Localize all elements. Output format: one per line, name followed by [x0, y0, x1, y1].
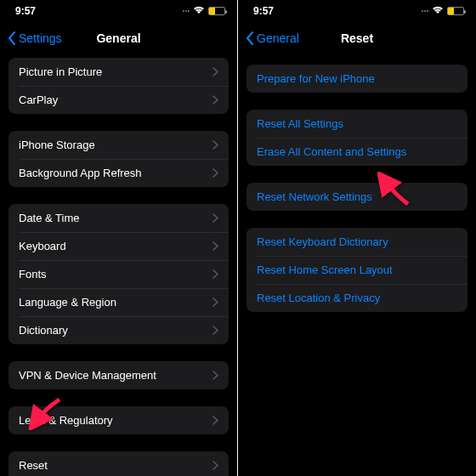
settings-row[interactable]: Keyboard	[8, 232, 229, 260]
settings-group: Prepare for New iPhone	[246, 65, 468, 93]
settings-row[interactable]: Background App Refresh	[8, 159, 229, 187]
row-label: Language & Region	[19, 296, 116, 309]
chevron-right-icon	[212, 95, 218, 105]
row-label: CarPlay	[19, 94, 58, 106]
battery-icon	[208, 7, 225, 15]
row-label: iPhone Storage	[19, 139, 95, 151]
battery-icon	[447, 7, 464, 15]
settings-row[interactable]: Reset Location & Privacy	[246, 284, 468, 312]
status-bar: 9:57	[238, 0, 476, 22]
nav-title: General	[0, 31, 237, 45]
settings-row[interactable]: Reset All Settings	[246, 110, 468, 138]
status-time: 9:57	[15, 5, 36, 17]
row-label: Prepare for New iPhone	[257, 72, 375, 85]
settings-group: VPN & Device Management	[8, 361, 229, 389]
row-label: Fonts	[19, 268, 47, 280]
settings-row[interactable]: Fonts	[8, 260, 229, 288]
settings-row[interactable]: Reset Keyboard Dictionary	[246, 228, 468, 256]
row-label: Date & Time	[19, 212, 80, 224]
chevron-right-icon	[212, 326, 218, 335]
settings-row[interactable]: CarPlay	[8, 86, 229, 114]
settings-row[interactable]: Erase All Content and Settings	[246, 138, 468, 166]
row-label: Reset Location & Privacy	[257, 292, 380, 304]
settings-group: Reset All SettingsErase All Content and …	[246, 110, 468, 166]
status-right	[422, 5, 464, 17]
settings-group: Legal & Regulatory	[8, 406, 229, 434]
nav-bar: General Reset	[238, 22, 476, 54]
chevron-right-icon	[212, 168, 218, 178]
chevron-right-icon	[212, 269, 218, 279]
row-label: Dictionary	[19, 324, 68, 337]
wifi-icon	[193, 5, 205, 17]
chevron-right-icon	[212, 371, 218, 380]
settings-row[interactable]: Language & Region	[8, 288, 229, 316]
chevron-right-icon	[212, 298, 218, 307]
settings-row[interactable]: Dictionary	[8, 316, 229, 344]
chevron-right-icon	[212, 67, 218, 76]
settings-group: Reset Network Settings	[246, 183, 468, 211]
settings-group: ResetShut Down	[8, 451, 229, 476]
chevron-right-icon	[212, 461, 218, 470]
settings-row[interactable]: Reset Network Settings	[246, 183, 468, 211]
settings-group: Picture in PictureCarPlay	[8, 58, 229, 114]
row-label: Keyboard	[19, 240, 66, 252]
row-label: Reset Home Screen Layout	[257, 264, 393, 276]
chevron-right-icon	[212, 416, 218, 425]
settings-row[interactable]: Legal & Regulatory	[8, 406, 229, 434]
settings-row[interactable]: VPN & Device Management	[8, 361, 229, 389]
status-bar: 9:57	[0, 0, 237, 22]
row-label: Picture in Picture	[19, 65, 102, 78]
row-label: Legal & Regulatory	[19, 414, 113, 427]
settings-group: Reset Keyboard DictionaryReset Home Scre…	[246, 228, 468, 312]
row-label: Background App Refresh	[19, 167, 142, 179]
row-label: Reset Network Settings	[257, 190, 372, 203]
chevron-right-icon	[212, 241, 218, 251]
phone-reset-screen: 9:57 General Reset Prepare for New iPhon…	[238, 0, 476, 476]
phone-general-screen: 9:57 Settings General Picture in Picture…	[0, 0, 238, 476]
cellular-dots-icon	[183, 10, 190, 12]
settings-content: Prepare for New iPhoneReset All Settings…	[238, 54, 476, 312]
row-label: VPN & Device Management	[19, 369, 156, 382]
cellular-dots-icon	[422, 10, 428, 12]
status-right	[183, 5, 225, 17]
settings-row[interactable]: Reset Home Screen Layout	[246, 256, 468, 284]
chevron-right-icon	[212, 140, 218, 150]
settings-group: iPhone StorageBackground App Refresh	[8, 131, 229, 187]
settings-group: Date & TimeKeyboardFontsLanguage & Regio…	[8, 204, 229, 344]
settings-row[interactable]: Picture in Picture	[8, 58, 229, 86]
chevron-right-icon	[212, 213, 218, 223]
nav-title: Reset	[238, 31, 476, 45]
status-time: 9:57	[253, 5, 274, 17]
nav-bar: Settings General	[0, 22, 237, 54]
row-label: Erase All Content and Settings	[257, 145, 406, 158]
settings-row[interactable]: Reset	[8, 451, 229, 476]
settings-row[interactable]: Prepare for New iPhone	[246, 65, 468, 93]
settings-row[interactable]: iPhone Storage	[8, 131, 229, 159]
settings-content: Picture in PictureCarPlayiPhone StorageB…	[0, 58, 237, 476]
row-label: Reset	[19, 459, 48, 472]
row-label: Reset All Settings	[257, 117, 343, 130]
settings-row[interactable]: Date & Time	[8, 204, 229, 232]
row-label: Reset Keyboard Dictionary	[257, 235, 388, 248]
wifi-icon	[432, 5, 444, 17]
